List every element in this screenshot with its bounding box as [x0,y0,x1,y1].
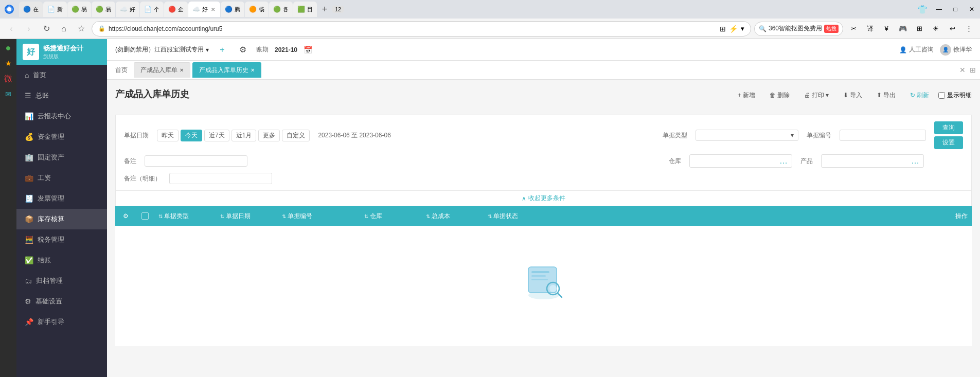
warehouse-select[interactable]: … [689,154,792,168]
empty-svg [518,257,569,303]
tab-12[interactable]: 🟩 目 [293,2,317,17]
tab-history-close[interactable]: ✕ [251,67,255,73]
sidebar-item-ledger[interactable]: ☰ 总账 [16,85,107,106]
sidebar-item-fund[interactable]: 💰 资金管理 [16,127,107,147]
setting-button[interactable]: 设置 [934,136,963,149]
forward-button[interactable]: › [22,22,36,36]
maximize-button[interactable]: □ [949,3,961,15]
export-button[interactable]: ⬆ 导出 [871,89,901,102]
tab-6[interactable]: 📄 个 [140,2,164,17]
ai-consult[interactable]: 👤 人工咨询 [899,45,934,54]
bookmark-button[interactable]: ☆ [74,22,88,36]
sidebar-item-basic[interactable]: ⚙ 基础设置 [16,291,107,312]
settings-gear-icon[interactable]: ⚙ [236,43,250,57]
icon-bar-star[interactable]: ★ [2,57,15,70]
new-tab-button[interactable]: + [317,2,332,16]
th-cost[interactable]: ⇅ 总成本 [422,212,484,221]
tab-9[interactable]: 🔵 腾 [221,2,244,17]
dropdown-icon[interactable]: ▾ [741,25,744,32]
icon-bar-mail[interactable]: ✉ [2,87,15,101]
user-avatar[interactable]: 👤 徐泽华 [940,44,972,56]
product-select[interactable]: … [821,154,924,168]
minimize-button[interactable]: — [933,3,945,15]
sidebar-item-fixed-asset[interactable]: 🏢 固定资产 [16,147,107,168]
tab-2[interactable]: 📄 新 [43,2,67,17]
remark-detail-input[interactable] [169,173,272,184]
sidebar-item-guide[interactable]: 📌 新手引导 [16,312,107,332]
tab-history[interactable]: 产成品入库单历史 ✕ [192,62,261,78]
doc-type-select[interactable]: ▾ [696,130,798,141]
tab-8[interactable]: ☁️ 好 ✕ [188,2,220,17]
close-button[interactable]: ✕ [966,3,978,15]
breadcrumb-home[interactable]: 首页 [111,66,132,75]
doc-no-input[interactable] [840,130,926,141]
sidebar-item-home[interactable]: ⌂ 首页 [16,65,107,85]
add-company-button[interactable]: + [215,43,229,57]
expand-button[interactable]: ⊞ [970,66,976,74]
tab-7[interactable]: 🔴 企 [164,2,188,17]
currency-icon[interactable]: ¥ [879,22,894,36]
sidebar-item-payroll[interactable]: 💼 工资 [16,168,107,188]
th-warehouse[interactable]: ⇅ 仓库 [360,212,422,221]
tab-10[interactable]: 🟠 畅 [245,2,269,17]
query-button[interactable]: 查询 [934,121,963,134]
tab-11[interactable]: 🟢 各 [269,2,293,17]
icon-bar-app[interactable]: ● [2,41,15,55]
sidebar-item-cloud-report[interactable]: 📊 云报表中心 [16,106,107,127]
sidebar-item-checkout[interactable]: ✅ 结账 [16,250,107,271]
today-btn[interactable]: 今天 [181,130,202,141]
tab-3[interactable]: 🟢 易 [67,2,91,17]
more-btn[interactable]: 更多 [258,130,280,141]
calendar-icon[interactable]: 📅 [304,46,312,54]
more-icon[interactable]: ⋮ [961,22,976,36]
add-button[interactable]: + 新增 [733,89,760,102]
refresh-button[interactable]: ↻ 刷新 [905,89,934,102]
scissors-icon[interactable]: ✂ [846,22,861,36]
custom-btn[interactable]: 自定义 [282,130,310,141]
search-box[interactable]: 🔍 360智能抠图免费用 热搜 [754,22,843,36]
th-status[interactable]: ⇅ 单据状态 [484,212,931,221]
tab-1[interactable]: 🔵 在 [19,2,43,17]
game-icon[interactable]: 🎮 [896,22,910,36]
collapse-button[interactable]: ∧ 收起更多条件 [115,191,972,206]
print-button[interactable]: 🖨 打印 ▾ [799,89,834,102]
company-selector[interactable]: (勿删勿禁用）江西服宝测试专用 ▾ [115,45,209,54]
remark-input[interactable] [145,155,247,167]
delete-button[interactable]: 🗑 删除 [764,89,795,102]
lightning-icon[interactable]: ⚡ [729,25,738,33]
sidebar-item-invoice[interactable]: 🧾 发票管理 [16,188,107,209]
sidebar-item-inventory[interactable]: 📦 库存核算 [16,209,107,229]
import-button[interactable]: ⬇ 导入 [838,89,867,102]
sidebar-item-tax[interactable]: 🧮 税务管理 [16,229,107,250]
month-btn[interactable]: 近1月 [231,130,257,141]
url-bar[interactable]: 🔒 https://cloud.chanjet.com/accounting/u… [92,21,751,37]
week-btn[interactable]: 近7天 [204,130,229,141]
undo-icon[interactable]: ↩ [945,22,959,36]
header-checkbox[interactable] [141,212,149,220]
sidebar-item-archive[interactable]: 🗂 归档管理 [16,271,107,291]
th-checkbox[interactable] [136,212,154,220]
brightness-icon[interactable]: ☀ [929,22,943,36]
th-no[interactable]: ⇅ 单据编号 [278,212,360,221]
th-type[interactable]: ⇅ 单据类型 [154,212,216,221]
tab-4[interactable]: 🟢 易 [92,2,115,17]
th-date[interactable]: ⇅ 单据日期 [216,212,278,221]
back-button[interactable]: ‹ [4,22,19,36]
home-button[interactable]: ⌂ [57,22,71,36]
close-panel-button[interactable]: ✕ [959,66,966,74]
th-settings[interactable]: ⚙ [115,212,136,220]
tab-list-close[interactable]: ✕ [180,67,184,73]
grid-icon[interactable]: ⊞ [720,25,726,33]
show-detail-checkbox[interactable]: 显示明细 [938,91,972,100]
tab-list[interactable]: 产成品入库单 ✕ [134,62,190,78]
warehouse-dots[interactable]: … [779,156,788,166]
show-detail-input[interactable] [938,92,945,99]
yesterday-btn[interactable]: 昨天 [157,130,179,141]
apps-grid-icon[interactable]: ⊞ [912,22,926,36]
refresh-button[interactable]: ↻ [39,22,54,36]
translate-icon[interactable]: 译 [863,22,877,36]
tab-5[interactable]: ☁️ 好 [116,2,139,17]
tab-8-close[interactable]: ✕ [210,6,216,13]
icon-bar-weibo[interactable]: 微 [2,72,15,85]
product-dots[interactable]: … [911,156,919,166]
